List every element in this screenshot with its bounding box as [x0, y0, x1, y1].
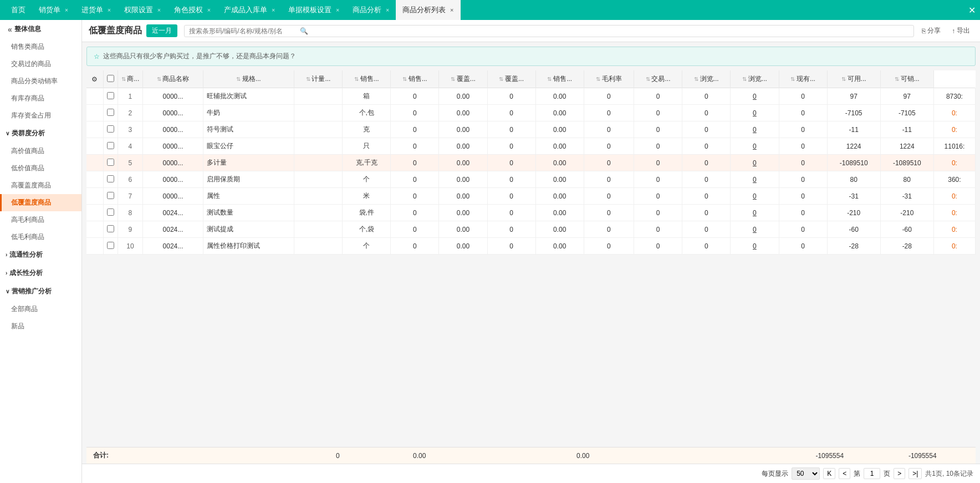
sidebar-group-circulation-header[interactable]: › 流通性分析 — [0, 246, 81, 264]
sidebar-item-high-margin[interactable]: 高毛利商品 — [0, 211, 81, 228]
col-code[interactable]: 商... — [118, 70, 143, 88]
row-checkbox[interactable] — [107, 209, 114, 216]
row-checkbox[interactable] — [107, 192, 114, 199]
sidebar-group-marketing-header[interactable]: ∨ 营销推广分析 — [0, 282, 81, 301]
col-name[interactable]: 商品名称 — [143, 70, 203, 88]
row-browse1[interactable]: 0 — [731, 188, 779, 205]
nav-permission-close[interactable]: × — [157, 7, 161, 13]
col-saleable[interactable]: 可销... — [880, 70, 933, 88]
row-checkbox-cell[interactable] — [103, 221, 118, 238]
sidebar-item-low-coverage[interactable]: 低覆盖度商品 — [0, 194, 81, 211]
nav-template[interactable]: 单据模板设置 × — [282, 0, 346, 20]
col-sales3[interactable]: 销售... — [535, 70, 584, 88]
row-checkbox[interactable] — [107, 142, 114, 149]
row-checkbox[interactable] — [107, 125, 114, 133]
row-browse1[interactable]: 0 — [731, 238, 779, 255]
nav-home[interactable]: 首页 — [4, 0, 32, 20]
nav-role[interactable]: 角色授权 × — [167, 0, 217, 20]
col-settings[interactable]: ⚙ — [86, 70, 103, 88]
col-checkbox[interactable] — [103, 70, 118, 88]
row-browse1[interactable]: 0 — [731, 88, 779, 105]
sidebar-item-new-goods[interactable]: 新品 — [0, 318, 81, 335]
row-checkbox-cell[interactable] — [103, 188, 118, 205]
row-browse1[interactable]: 0 — [731, 221, 779, 238]
nav-sales-close[interactable]: × — [65, 7, 68, 13]
sidebar-item-high-value[interactable]: 高价值商品 — [0, 143, 81, 160]
nav-analysis-list-close[interactable]: × — [450, 7, 453, 13]
nav-role-close[interactable]: × — [207, 7, 211, 13]
row-checkbox[interactable] — [107, 92, 114, 99]
select-all-checkbox[interactable] — [107, 75, 114, 82]
col-available-qty[interactable]: 可用... — [827, 70, 880, 88]
row-checkbox-cell[interactable] — [103, 105, 118, 121]
col-current-qty[interactable]: 现有... — [779, 70, 827, 88]
sidebar-item-high-coverage[interactable]: 高覆盖度商品 — [0, 177, 81, 194]
nav-permission[interactable]: 权限设置 × — [118, 0, 167, 20]
export-btn[interactable]: ↑ 导出 — [948, 24, 973, 37]
col-cover2[interactable]: 覆盖... — [487, 70, 535, 88]
nav-analysis[interactable]: 商品分析 × — [346, 0, 396, 20]
row-checkbox[interactable] — [107, 175, 114, 182]
sidebar-item-stock-goods[interactable]: 有库存商品 — [0, 90, 81, 107]
row-checkbox-cell[interactable] — [103, 205, 118, 221]
row-checkbox-cell[interactable] — [103, 238, 118, 255]
row-browse1[interactable]: 0 — [731, 138, 779, 155]
sidebar-item-category-rate[interactable]: 商品分类动销率 — [0, 73, 81, 90]
sidebar-item-stock-capital[interactable]: 库存资金占用 — [0, 107, 81, 124]
row-checkbox[interactable] — [107, 242, 114, 249]
row-checkbox[interactable] — [107, 159, 114, 166]
col-browse1[interactable]: 浏览... — [682, 70, 731, 88]
row-checkbox-cell[interactable] — [103, 171, 118, 188]
share-btn[interactable]: ⎘ 分享 — [918, 24, 944, 37]
nav-product-in-close[interactable]: × — [272, 7, 275, 13]
sidebar-collapse-btn[interactable]: « — [6, 25, 14, 34]
row-checkbox[interactable] — [107, 109, 114, 116]
sidebar-group-growth-header[interactable]: › 成长性分析 — [0, 264, 81, 282]
nav-product-in[interactable]: 产成品入库单 × — [217, 0, 282, 20]
nav-analysis-list[interactable]: 商品分析列表 × — [396, 0, 460, 20]
page-number-input[interactable] — [864, 468, 880, 479]
col-browse2[interactable]: 浏览... — [731, 70, 779, 88]
nav-sales[interactable]: 销货单 × — [32, 0, 75, 20]
col-sales-qty[interactable]: 销售... — [343, 70, 391, 88]
row-checkbox-cell[interactable] — [103, 88, 118, 105]
col-spec[interactable]: 规格... — [203, 70, 294, 88]
col-unit[interactable]: 计量... — [294, 70, 342, 88]
window-close-btn[interactable]: ✕ — [968, 5, 976, 16]
row-checkbox-cell[interactable] — [103, 138, 118, 155]
row-browse1[interactable]: 0 — [731, 105, 779, 121]
sidebar-item-all-goods[interactable]: 全部商品 — [0, 301, 81, 318]
sidebar-group-cluster-header[interactable]: ∨ 类群度分析 — [0, 124, 81, 143]
prev-page-btn[interactable]: < — [839, 468, 850, 479]
first-page-btn[interactable]: K — [823, 468, 835, 479]
time-filter-btn[interactable]: 近一月 — [146, 24, 177, 37]
row-browse1[interactable]: 0 — [731, 155, 779, 171]
nav-analysis-close[interactable]: × — [386, 7, 389, 13]
search-input[interactable] — [189, 27, 300, 35]
last-page-btn[interactable]: >| — [908, 468, 922, 479]
sidebar-item-low-margin[interactable]: 低毛利商品 — [0, 228, 81, 246]
row-browse1[interactable]: 0 — [731, 171, 779, 188]
sidebar-item-low-value[interactable]: 低价值商品 — [0, 160, 81, 177]
row-checkbox-cell[interactable] — [103, 155, 118, 171]
table-container[interactable]: ⚙ 商... 商品名称 规格... 计量... 销售... 销售... 覆盖..… — [82, 70, 980, 447]
sidebar-item-sales-goods[interactable]: 销售类商品 — [0, 38, 81, 55]
row-checkbox[interactable] — [107, 225, 114, 232]
nav-purchase[interactable]: 进货单 × — [75, 0, 118, 20]
row-browse1[interactable]: 0 — [731, 205, 779, 221]
row-browse1[interactable]: 0 — [731, 121, 779, 138]
col-transaction[interactable]: 交易... — [634, 70, 682, 88]
sidebar-group-overview-header[interactable]: « 整体信息 — [0, 20, 81, 38]
col-cover1[interactable]: 覆盖... — [439, 70, 487, 88]
search-icon[interactable]: 🔍 — [300, 27, 308, 35]
row-checkbox-cell[interactable] — [103, 121, 118, 138]
col-gross-margin[interactable]: 毛利率 — [584, 70, 634, 88]
row-browse2: 0 — [779, 121, 827, 138]
table-row: 2 0000... 牛奶 个,包 0 0.00 0 0.00 0 0 0 0 0… — [86, 105, 976, 121]
page-size-select[interactable]: 50 100 200 — [792, 467, 820, 480]
col-sales-amt[interactable]: 销售... — [391, 70, 439, 88]
next-page-btn[interactable]: > — [894, 468, 905, 479]
sidebar-item-traded-goods[interactable]: 交易过的商品 — [0, 55, 81, 73]
nav-template-close[interactable]: × — [336, 7, 339, 13]
nav-purchase-close[interactable]: × — [108, 7, 111, 13]
